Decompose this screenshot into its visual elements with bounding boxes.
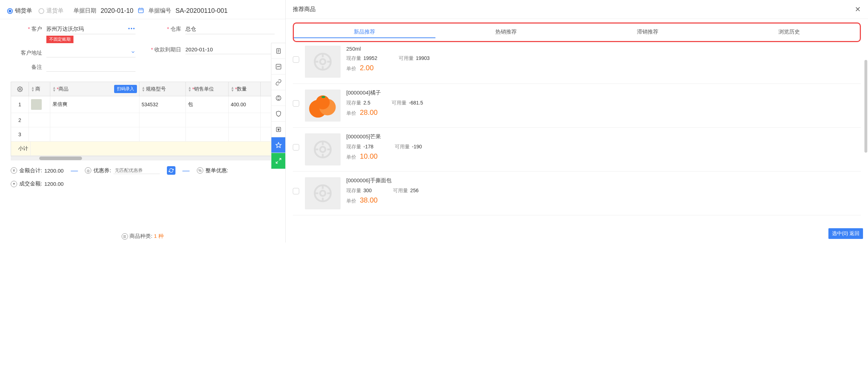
row-thumb — [29, 127, 50, 141]
recommend-tab[interactable]: 热销推荐 — [435, 26, 577, 38]
tab-return-label: 退货单 — [46, 7, 63, 15]
row-unit[interactable] — [186, 127, 229, 141]
remark-label: 备注 — [31, 64, 42, 70]
svg-line-14 — [279, 158, 281, 160]
svg-marker-13 — [276, 142, 281, 147]
select-return-button[interactable]: 选中(0) 返回 — [828, 228, 863, 239]
due-date-field[interactable]: 2020-01-10 — [185, 45, 275, 54]
expand-icon[interactable] — [271, 153, 286, 169]
remark-field[interactable] — [46, 62, 136, 72]
doc-icon[interactable] — [271, 43, 286, 59]
item-image — [305, 133, 341, 165]
deal-amount-label: 成交金额: — [19, 180, 42, 187]
list-item[interactable]: 250ml现存量19952可用量19903单价 2.00 — [293, 46, 861, 84]
tab-sales-label: 销货单 — [15, 7, 32, 15]
yen-icon: ¥ — [11, 167, 17, 174]
dash-icon: — — [183, 167, 190, 175]
svg-point-23 — [320, 147, 326, 152]
shield-icon[interactable] — [271, 106, 286, 122]
price-value: 38.00 — [360, 196, 378, 204]
close-icon[interactable]: ✕ — [855, 5, 861, 14]
svg-line-15 — [276, 162, 278, 163]
item-title: [0000006]手撕面包 — [346, 177, 861, 184]
due-date-label: 收款到期日 — [154, 46, 181, 52]
col-product[interactable]: ▲▼*商品扫码录入 — [50, 82, 139, 96]
chart-icon[interactable] — [271, 59, 286, 75]
svg-point-4 — [19, 88, 21, 90]
col-spec[interactable]: ▲▼规格型号 — [139, 82, 186, 96]
row-index: 1 — [11, 96, 29, 113]
col-thumb[interactable]: ▲▼商 — [29, 82, 50, 96]
list-item[interactable]: [0000005]芒果现存量-178可用量-190单价 10.00 — [293, 128, 861, 172]
row-thumb — [29, 96, 50, 113]
item-title: [0000004]橘子 — [346, 90, 861, 96]
list-item[interactable]: [0000006]手撕面包现存量300可用量256单价 38.00 — [293, 172, 861, 215]
recommend-tab[interactable]: 浏览历史 — [718, 26, 860, 38]
list-item[interactable]: [0000004]橘子现存量2.5可用量-681.5单价 28.00 — [293, 84, 861, 128]
row-spec[interactable] — [139, 127, 186, 141]
item-checkbox[interactable] — [293, 144, 299, 150]
address-field[interactable] — [46, 48, 136, 57]
row-qty[interactable] — [229, 113, 261, 127]
row-unit[interactable] — [186, 113, 229, 127]
vertical-scrollbar[interactable] — [864, 60, 867, 153]
row-qty[interactable]: 400.00 — [229, 96, 261, 113]
recommend-tab[interactable]: 滞销推荐 — [577, 26, 719, 38]
doc-code-value: SA-20200110-001 — [175, 7, 228, 15]
link-icon[interactable] — [271, 75, 286, 90]
subtotal-label: 小计 — [11, 142, 31, 155]
horizontal-scrollbar[interactable] — [11, 156, 275, 160]
coupon-input[interactable] — [113, 167, 160, 174]
customer-field[interactable]: 苏州万达沃尔玛 — [46, 24, 136, 34]
svg-text:¥: ¥ — [278, 128, 280, 131]
address-label: 客户地址 — [21, 50, 42, 56]
star-icon[interactable] — [271, 137, 286, 153]
row-qty[interactable] — [229, 127, 261, 141]
svg-point-17 — [320, 59, 326, 65]
side-toolbar: ¥ — [271, 43, 285, 169]
customer-label: 客户 — [31, 26, 42, 32]
swap-icon[interactable] — [271, 90, 286, 106]
calendar-icon[interactable] — [138, 7, 144, 15]
doc-date-value[interactable]: 2020-01-10 — [101, 7, 133, 15]
table-row[interactable]: 2 — [11, 113, 274, 127]
col-qty[interactable]: ▲▼*数量 — [229, 82, 261, 96]
svg-point-25 — [320, 191, 326, 196]
stock-label: 现存量 — [346, 100, 361, 106]
row-spec[interactable]: 534532 — [139, 96, 186, 113]
recommend-list[interactable]: 250ml现存量19952可用量19903单价 2.00[0000004]橘子现… — [286, 46, 868, 242]
row-product[interactable]: 果倍爽 — [50, 96, 139, 113]
refresh-icon[interactable] — [167, 166, 175, 175]
avail-label: 可用量 — [392, 100, 407, 106]
tab-return-order[interactable]: 退货单 — [39, 7, 63, 15]
row-product[interactable] — [50, 113, 139, 127]
chevron-down-icon[interactable] — [131, 50, 136, 56]
row-unit[interactable]: 包 — [186, 96, 229, 113]
row-product[interactable] — [50, 127, 139, 141]
coupon-icon: ◎ — [85, 167, 91, 174]
price-value: 10.00 — [360, 152, 378, 160]
item-checkbox[interactable] — [293, 188, 299, 194]
avail-value: 256 — [410, 188, 418, 193]
table-row[interactable]: 1果倍爽534532包400.00 — [11, 96, 274, 113]
currency-icon[interactable]: ¥ — [271, 122, 286, 137]
row-spec[interactable] — [139, 113, 186, 127]
amount-label: 金额合计: — [19, 167, 42, 174]
warehouse-field[interactable]: 总仓 — [185, 24, 275, 34]
stock-label: 现存量 — [346, 144, 361, 149]
table-row[interactable]: 3 — [11, 127, 274, 142]
col-unit[interactable]: ▲▼*销售单位 — [186, 82, 229, 96]
recommend-tab[interactable]: 新品推荐 — [294, 26, 435, 38]
item-checkbox[interactable] — [293, 100, 299, 107]
scan-button[interactable]: 扫码录入 — [114, 85, 137, 93]
row-index: 3 — [11, 127, 29, 141]
tab-sales-order[interactable]: 销货单 — [7, 7, 32, 15]
item-title: 250ml — [346, 46, 861, 52]
stock-value: 19952 — [363, 55, 377, 61]
avail-label: 可用量 — [393, 188, 408, 193]
item-checkbox[interactable] — [293, 56, 299, 63]
recommend-tabs: 新品推荐热销推荐滞销推荐浏览历史 — [293, 22, 861, 42]
gear-icon[interactable] — [11, 82, 29, 96]
avail-value: -190 — [412, 144, 422, 149]
more-icon[interactable]: ••• — [128, 26, 136, 31]
